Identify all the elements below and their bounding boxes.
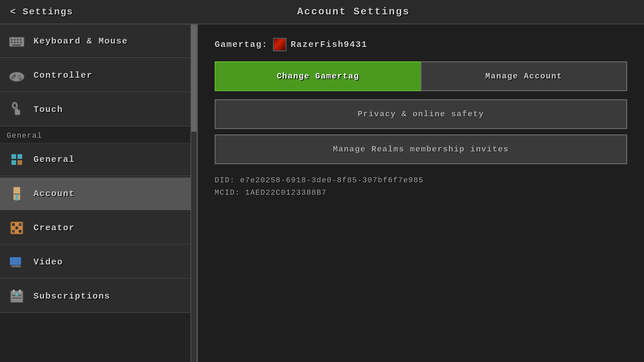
sidebar-item-label: Controller [34,70,93,80]
avatar [273,38,286,51]
header: < Settings Account Settings [0,0,644,24]
sidebar-item-label: Creator [34,223,75,233]
svg-rect-37 [12,230,15,233]
general-icon [7,149,27,170]
svg-rect-38 [15,230,18,233]
svg-rect-23 [17,154,22,159]
subscriptions-icon [7,286,27,306]
svg-rect-28 [13,194,15,200]
svg-rect-12 [13,75,16,76]
svg-point-18 [19,78,22,81]
svg-point-19 [13,103,16,108]
svg-rect-32 [15,223,18,226]
sidebar-item-controller[interactable]: Controller [0,59,197,92]
svg-rect-29 [18,194,20,200]
sidebar-item-label: Keyboard & Mouse [34,36,128,46]
svg-rect-4 [20,39,22,41]
creator-icon [7,218,27,238]
svg-rect-49 [12,298,21,299]
svg-rect-5 [11,42,13,43]
touch-icon [7,100,27,120]
sidebar-item-subscriptions[interactable]: Subscriptions [0,280,197,313]
svg-rect-45 [11,291,23,302]
gamertag-label: Gamertag: [215,40,268,50]
sidebar-item-label: Touch [34,105,63,115]
sidebar-item-label: General [34,155,75,165]
svg-rect-21 [11,154,16,159]
svg-rect-34 [12,227,15,229]
sidebar-item-keyboard-mouse[interactable]: Keyboard & Mouse [0,24,197,58]
svg-rect-6 [14,42,16,43]
sidebar-item-label: Video [34,257,63,267]
svg-rect-1 [11,39,13,41]
svg-rect-3 [17,39,19,41]
page-title: Account Settings [73,6,634,17]
keyboard-icon [7,31,27,51]
action-buttons-row: Change Gamertag Manage Account [215,61,627,91]
svg-rect-7 [17,42,19,43]
scrollbar-track[interactable] [191,24,197,362]
device-info: DID: e7e20258-6918-3de0-8f85-307bf6f7e98… [215,174,627,199]
sidebar-section-label-general: General [0,127,197,143]
svg-rect-26 [13,187,20,194]
sidebar-item-general[interactable]: General [0,143,197,176]
back-button[interactable]: < Settings [10,7,73,17]
account-icon [7,184,27,204]
svg-rect-35 [15,227,18,229]
manage-account-button[interactable]: Manage Account [421,61,628,91]
svg-rect-46 [13,290,15,293]
svg-rect-50 [15,293,18,296]
svg-rect-44 [11,267,21,267]
mcid-line: MCID: 1AED22C0123388B7 [215,187,627,199]
svg-point-14 [20,76,21,77]
svg-rect-24 [17,160,22,165]
privacy-safety-button[interactable]: Privacy & online safety [215,99,627,129]
video-icon [7,252,27,272]
sidebar-item-account[interactable]: Account [0,177,197,210]
svg-rect-22 [11,160,16,165]
svg-rect-33 [19,223,21,226]
svg-rect-9 [12,44,21,46]
change-gamertag-button[interactable]: Change Gamertag [215,61,421,91]
svg-rect-47 [19,290,21,293]
sidebar: Keyboard & Mouse Controller [0,24,198,362]
svg-rect-31 [12,223,15,226]
controller-icon [7,65,27,85]
svg-rect-36 [19,227,21,229]
content-area: Gamertag: RazerFish9431 Change Gamertag … [198,24,644,362]
svg-point-17 [11,76,14,79]
svg-rect-41 [11,258,20,264]
svg-point-15 [17,76,19,77]
svg-rect-8 [20,42,22,43]
svg-point-13 [19,75,20,76]
scrollbar-thumb[interactable] [191,24,197,132]
did-line: DID: e7e20258-6918-3de0-8f85-307bf6f7e98… [215,174,627,187]
sidebar-item-label: Account [34,189,75,199]
gamertag-name: RazerFish9431 [290,40,367,50]
sidebar-item-video[interactable]: Video [0,245,197,279]
sidebar-item-creator[interactable]: Creator [0,211,197,245]
svg-rect-39 [19,230,21,233]
svg-rect-2 [14,39,16,41]
main-layout: Keyboard & Mouse Controller [0,24,644,362]
gamertag-row: Gamertag: RazerFish9431 [215,38,627,51]
sidebar-item-touch[interactable]: Touch [0,93,197,126]
manage-realms-button[interactable]: Manage Realms membership invites [215,134,627,164]
sidebar-item-label: Subscriptions [34,291,110,301]
